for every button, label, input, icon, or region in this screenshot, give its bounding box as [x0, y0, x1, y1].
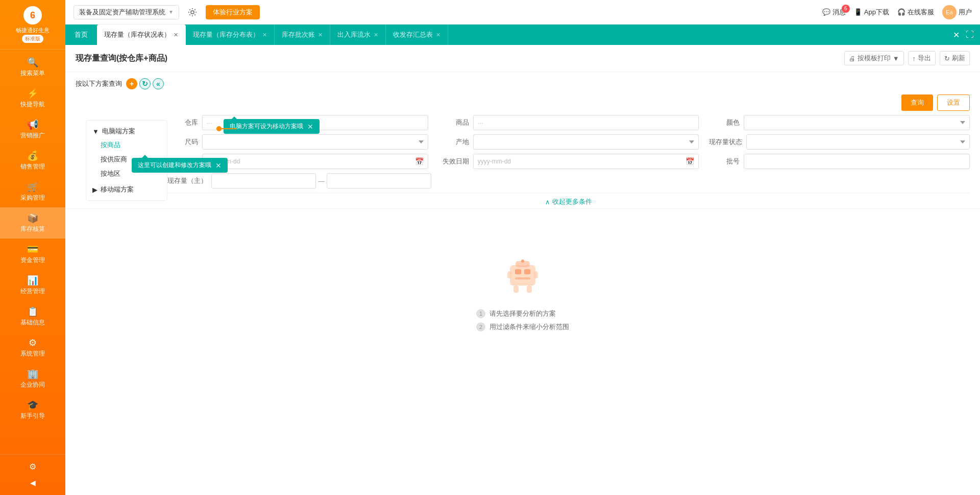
- origin-select[interactable]: [473, 134, 699, 150]
- scheme-item-by-product[interactable]: 按商品: [86, 138, 167, 152]
- sidebar-collapse-button[interactable]: ◀: [27, 476, 39, 490]
- sidebar-item-label: 基础信息: [20, 318, 45, 327]
- filter-area: 按以下方案查询 + ↻ « 电脑方案可设为移动方案哦 ✕ 这里可以创建和修改方案…: [65, 72, 980, 208]
- sidebar-item-finance[interactable]: 💳 资金管理: [0, 239, 65, 270]
- search-button[interactable]: 查询: [901, 95, 933, 111]
- tab-home[interactable]: 首页: [65, 25, 97, 45]
- app-selector[interactable]: 装备及固定资产辅助管理系统 ▼: [74, 5, 179, 19]
- add-scheme-button[interactable]: +: [126, 78, 137, 89]
- stock-qty-to[interactable]: [327, 173, 431, 188]
- stock-status-label: 现存量状态: [709, 137, 742, 147]
- tab-maximize-button[interactable]: ⛶: [964, 28, 976, 41]
- tab-close-icon[interactable]: ✕: [174, 32, 178, 38]
- tab-close-icon[interactable]: ✕: [436, 32, 440, 38]
- svg-rect-4: [515, 277, 530, 279]
- svg-rect-2: [515, 269, 521, 274]
- sidebar-item-search-menu[interactable]: 🔍 搜索菜单: [0, 52, 65, 83]
- print-button[interactable]: 🖨 按模板打印 ▼: [844, 51, 904, 65]
- user-menu-button[interactable]: Ea 用户: [942, 5, 972, 19]
- graduation-icon: 🎓: [27, 399, 38, 411]
- back-scheme-button[interactable]: «: [153, 78, 164, 89]
- headset-icon: 🎧: [897, 8, 905, 16]
- cart-icon: 🛒: [27, 181, 38, 193]
- filter-fields: 查询 设置 仓库 ··· 商品: [157, 95, 970, 208]
- sidebar-item-quick-nav[interactable]: ⚡ 快捷导航: [0, 83, 65, 114]
- online-service-button[interactable]: 🎧 在线客服: [897, 8, 934, 17]
- stock-status-select[interactable]: [746, 134, 970, 150]
- svg-rect-7: [513, 286, 519, 293]
- refresh-button[interactable]: ↻ 刷新: [940, 51, 970, 65]
- experience-button[interactable]: 体验行业方案: [206, 5, 260, 19]
- logo-text: 畅捷通好生意: [16, 27, 50, 34]
- tab-inventory-dist[interactable]: 现存量（库存分布表） ✕: [186, 25, 275, 45]
- tab-close-icon[interactable]: ✕: [318, 32, 323, 38]
- svg-point-0: [191, 11, 194, 14]
- sidebar-bottom: ⚙ ◀: [0, 454, 65, 495]
- calendar-icon: 📅: [415, 157, 424, 166]
- sidebar-item-sales[interactable]: 💰 销售管理: [0, 145, 65, 176]
- tab-inventory-status[interactable]: 现存量（库存状况表） ✕: [97, 25, 186, 45]
- batch-input[interactable]: [744, 154, 970, 169]
- message-button[interactable]: 💬 消息 6: [822, 8, 846, 17]
- money-icon: 💰: [27, 150, 38, 161]
- search-icon: 🔍: [27, 57, 38, 68]
- tab-inventory-batch[interactable]: 库存批次账 ✕: [275, 25, 330, 45]
- empty-tip-2: 2 用过滤条件来缩小分析范围: [476, 322, 569, 332]
- sidebar: 6 畅捷通好生意 标准版 🔍 搜索菜单 ⚡ 快捷导航 📢 营销推广 💰 销售管理…: [0, 0, 65, 495]
- sidebar-item-new-guide[interactable]: 🎓 新手引导: [0, 394, 65, 426]
- triangle-icon: ▶: [92, 186, 97, 194]
- tab-close-icon[interactable]: ✕: [262, 32, 267, 38]
- sidebar-item-inventory[interactable]: 📦 库存核算: [0, 207, 65, 239]
- phone-icon: 📱: [854, 8, 862, 16]
- svg-rect-3: [524, 269, 530, 274]
- stock-qty-from[interactable]: [211, 173, 316, 188]
- message-icon: 💬: [822, 8, 830, 16]
- avatar-text: Ea: [942, 5, 957, 19]
- sidebar-item-purchase[interactable]: 🛒 采购管理: [0, 176, 65, 207]
- header-settings-button[interactable]: [185, 5, 200, 19]
- sidebar-item-label: 营销推广: [20, 131, 45, 140]
- tooltip-close-button[interactable]: ✕: [307, 123, 313, 131]
- filter-row-expire-date: 失效日期 yyyy-mm-dd 📅: [438, 154, 699, 169]
- filter-row-product: 商品 ···: [438, 115, 699, 130]
- refresh-scheme-button[interactable]: ↻: [139, 78, 151, 89]
- warehouse-label: 仓库: [167, 118, 198, 127]
- tab-close-all-button[interactable]: ✕: [951, 28, 962, 42]
- megaphone-icon: 📢: [27, 119, 38, 130]
- sidebar-item-label: 系统管理: [20, 349, 45, 358]
- color-select[interactable]: [744, 115, 970, 130]
- expire-date-from[interactable]: yyyy-mm-dd 📅: [473, 154, 699, 169]
- produce-date-from[interactable]: yyyy-mm-dd 📅: [202, 154, 428, 169]
- collapse-button[interactable]: ∧ 收起更多条件: [545, 197, 592, 206]
- sidebar-item-marketing[interactable]: 📢 营销推广: [0, 114, 65, 145]
- sidebar-item-operation[interactable]: 📊 经营管理: [0, 270, 65, 301]
- size-select[interactable]: [202, 134, 428, 150]
- app-download-button[interactable]: 📱 App下载: [854, 8, 889, 17]
- sidebar-settings-btn[interactable]: ⚙: [27, 460, 38, 474]
- triangle-icon: ▼: [92, 128, 99, 135]
- sidebar-item-basic-info[interactable]: 📋 基础信息: [0, 301, 65, 332]
- edit-tooltip: 这里可以创建和修改方案哦 ✕: [132, 158, 228, 173]
- flash-icon: ⚡: [27, 88, 38, 99]
- sidebar-item-label: 企业协同: [20, 381, 45, 389]
- reset-button[interactable]: 设置: [937, 95, 970, 111]
- tab-collect-summary[interactable]: 收发存汇总表 ✕: [386, 25, 448, 45]
- logo-icon: 6: [23, 6, 42, 25]
- tab-close-icon[interactable]: ✕: [374, 32, 378, 38]
- export-button[interactable]: ↑ 导出: [908, 51, 936, 65]
- desktop-scheme-group[interactable]: ▼ 电脑端方案: [86, 125, 167, 138]
- export-icon: ↑: [913, 55, 916, 62]
- sidebar-item-enterprise[interactable]: 🏢 企业协同: [0, 363, 65, 394]
- tooltip-edit-close-button[interactable]: ✕: [215, 161, 222, 170]
- product-input[interactable]: ···: [473, 115, 699, 130]
- tab-in-out-flow[interactable]: 出入库流水 ✕: [330, 25, 386, 45]
- filter-row-stock-qty: 现存量（主） —: [167, 173, 431, 188]
- sidebar-item-system[interactable]: ⚙ 系统管理: [0, 332, 65, 363]
- page-title: 现存量查询(按仓库+商品): [76, 53, 167, 64]
- mobile-scheme-group[interactable]: ▶ 移动端方案: [86, 183, 167, 196]
- empty-state: 1 请先选择要分析的方案 2 用过滤条件来缩小分析范围: [65, 209, 980, 372]
- refresh-icon: ↻: [944, 55, 950, 62]
- expire-date-label: 失效日期: [438, 157, 469, 166]
- tab-bar: 首页 现存量（库存状况表） ✕ 现存量（库存分布表） ✕ 库存批次账 ✕ 出入库…: [65, 25, 980, 45]
- chevron-up-icon: ∧: [545, 198, 550, 206]
